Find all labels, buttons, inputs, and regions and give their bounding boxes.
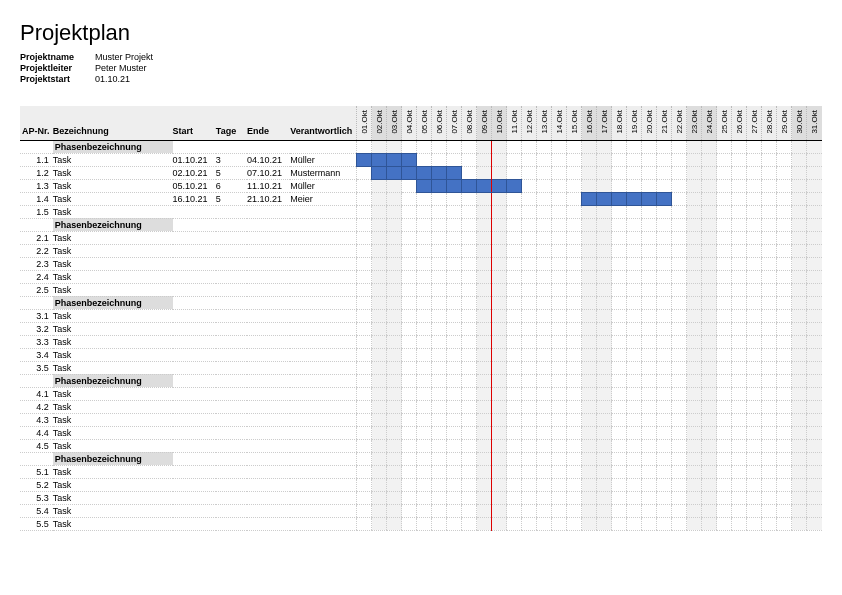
gantt-cell xyxy=(522,517,537,530)
gantt-cell xyxy=(522,465,537,478)
cell-name: Task xyxy=(53,387,173,400)
gantt-cell xyxy=(762,400,777,413)
gantt-cell xyxy=(432,452,447,465)
gantt-cell xyxy=(552,140,567,153)
gantt-cell xyxy=(657,348,672,361)
cell-ap xyxy=(20,374,53,387)
gantt-cell xyxy=(642,452,657,465)
task-row: 3.2Task xyxy=(20,322,822,335)
gantt-cell xyxy=(747,465,762,478)
gantt-cell xyxy=(807,387,822,400)
gantt-cell xyxy=(432,517,447,530)
gantt-cell xyxy=(642,296,657,309)
gantt-cell xyxy=(507,179,522,192)
cell-start xyxy=(173,413,216,426)
gantt-cell xyxy=(642,283,657,296)
cell-name: Task xyxy=(53,322,173,335)
gantt-cell xyxy=(792,478,807,491)
gantt-cell xyxy=(417,270,432,283)
gantt-cell xyxy=(492,140,507,153)
task-row: 3.5Task xyxy=(20,361,822,374)
day-header: 07.Okt xyxy=(447,106,462,140)
cell-resp xyxy=(290,413,357,426)
gantt-cell xyxy=(672,348,687,361)
gantt-cell xyxy=(717,374,732,387)
gantt-cell xyxy=(447,270,462,283)
col-resp: Verantwortlich xyxy=(290,106,357,140)
gantt-cell xyxy=(687,218,702,231)
gantt-cell xyxy=(732,192,747,205)
cell-end: 04.10.21 xyxy=(247,153,290,166)
gantt-cell xyxy=(777,374,792,387)
gantt-cell xyxy=(807,361,822,374)
gantt-cell xyxy=(552,166,567,179)
cell-end xyxy=(247,452,290,465)
cell-end xyxy=(247,140,290,153)
gantt-cell xyxy=(702,166,717,179)
cell-name: Task xyxy=(53,283,173,296)
gantt-cell xyxy=(357,257,372,270)
gantt-cell xyxy=(732,361,747,374)
gantt-cell xyxy=(732,140,747,153)
gantt-cell xyxy=(717,400,732,413)
cell-ap: 5.4 xyxy=(20,504,53,517)
gantt-cell xyxy=(807,348,822,361)
gantt-cell xyxy=(417,153,432,166)
cell-resp xyxy=(290,491,357,504)
gantt-cell xyxy=(642,348,657,361)
gantt-cell xyxy=(477,296,492,309)
gantt-cell xyxy=(747,153,762,166)
cell-name: Task xyxy=(53,166,173,179)
cell-days xyxy=(216,257,247,270)
gantt-cell xyxy=(777,179,792,192)
cell-days xyxy=(216,270,247,283)
gantt-cell xyxy=(372,374,387,387)
gantt-cell xyxy=(732,244,747,257)
gantt-cell xyxy=(567,387,582,400)
task-row: 4.1Task xyxy=(20,387,822,400)
cell-days xyxy=(216,140,247,153)
gantt-cell xyxy=(357,361,372,374)
gantt-cell xyxy=(702,478,717,491)
gantt-cell xyxy=(522,257,537,270)
cell-end xyxy=(247,426,290,439)
gantt-cell xyxy=(777,153,792,166)
day-header: 31.Okt xyxy=(807,106,822,140)
gantt-cell xyxy=(447,439,462,452)
gantt-cell xyxy=(717,452,732,465)
gantt-cell xyxy=(357,296,372,309)
gantt-cell xyxy=(432,465,447,478)
gantt-cell xyxy=(777,387,792,400)
gantt-cell xyxy=(597,153,612,166)
gantt-cell xyxy=(642,491,657,504)
gantt-cell xyxy=(732,478,747,491)
gantt-cell xyxy=(702,205,717,218)
cell-start xyxy=(173,270,216,283)
cell-end xyxy=(247,478,290,491)
gantt-cell xyxy=(642,192,657,205)
gantt-cell xyxy=(477,257,492,270)
gantt-cell xyxy=(477,244,492,257)
gantt-cell xyxy=(357,517,372,530)
cell-days: 5 xyxy=(216,166,247,179)
gantt-cell xyxy=(687,296,702,309)
gantt-cell xyxy=(537,205,552,218)
gantt-cell xyxy=(627,413,642,426)
gantt-cell xyxy=(612,283,627,296)
cell-name: Task xyxy=(53,478,173,491)
cell-name: Task xyxy=(53,400,173,413)
gantt-cell xyxy=(612,439,627,452)
gantt-cell xyxy=(387,400,402,413)
gantt-cell xyxy=(702,218,717,231)
gantt-cell xyxy=(537,517,552,530)
gantt-cell xyxy=(522,426,537,439)
gantt-cell xyxy=(417,218,432,231)
task-row: 5.2Task xyxy=(20,478,822,491)
gantt-cell xyxy=(567,166,582,179)
gantt-cell xyxy=(732,491,747,504)
gantt-cell xyxy=(402,491,417,504)
gantt-cell xyxy=(462,244,477,257)
gantt-cell xyxy=(747,439,762,452)
task-row: 2.2Task xyxy=(20,244,822,257)
gantt-cell xyxy=(492,153,507,166)
